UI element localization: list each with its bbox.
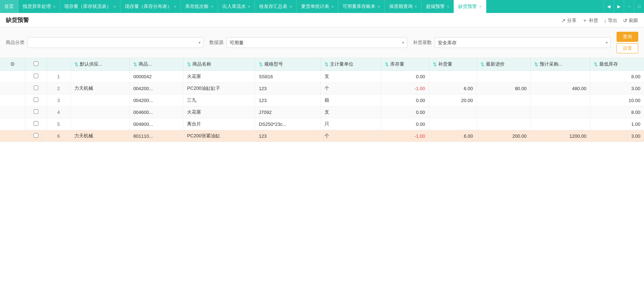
export-button[interactable]: ↓ 导出 [604, 17, 617, 24]
data-table: ⚙ ⇅ 默认供应... ⇅ 商 [0, 58, 644, 142]
nav-tab-label-available-ledger: 可用量库存账本 [343, 3, 375, 10]
row-check-cell[interactable] [25, 118, 47, 130]
row-checkbox[interactable] [34, 121, 38, 126]
query-button[interactable]: 查询 [617, 32, 638, 42]
share-button[interactable]: ↗ 分享 [561, 17, 576, 24]
row-num: 5 [47, 118, 70, 130]
th-latest-price-sort-icon: ⇅ [480, 62, 484, 67]
nav-tab-close-order-stats[interactable]: × [331, 4, 334, 9]
row-checkbox[interactable] [34, 109, 38, 114]
row-spec: 123 [255, 94, 321, 106]
filter-actions: 查询 设置 [617, 32, 638, 53]
th-est-purchase[interactable]: ⇅ 预计采购... [530, 58, 590, 71]
th-latest-price[interactable]: ⇅ 最新进价 [477, 58, 530, 71]
settings-button[interactable]: 设置 [617, 43, 638, 53]
row-checkbox[interactable] [34, 85, 38, 90]
th-supplier[interactable]: ⇅ 默认供应... [70, 58, 130, 71]
category-filter-group: 商品分类 ▾ [6, 37, 204, 48]
table-header-row: ⚙ ⇅ 默认供应... ⇅ 商 [0, 58, 644, 71]
row-check-cell[interactable] [25, 106, 47, 118]
row-replenish [429, 118, 477, 130]
th-name[interactable]: ⇅ 商品名称 [183, 58, 255, 71]
th-min-stock-sort-icon: ⇅ [594, 62, 598, 67]
nav-left-arrow[interactable]: ◀ [604, 0, 614, 13]
row-est-purchase [530, 118, 590, 130]
share-icon: ↗ [561, 18, 566, 23]
nav-tab-close-shortage[interactable]: × [479, 4, 481, 9]
row-num: 4 [47, 106, 70, 118]
row-name: 三九 [183, 94, 255, 106]
nav-minimize-btn[interactable]: － [624, 0, 634, 13]
replenish-button[interactable]: ＋ 补货 [582, 17, 598, 24]
nav-tab-close-receive-summary[interactable]: × [290, 4, 292, 9]
nav-tab-overstock[interactable]: 超储预警× [422, 0, 454, 13]
nav-tab-abnormal[interactable]: 拣货异常处理× [18, 0, 60, 13]
row-code: 004600... [130, 106, 183, 118]
nav-tab-close-batch-account[interactable]: × [211, 4, 213, 9]
nav-tab-inventory-dist[interactable]: 现存量（库存分布表）× [121, 0, 181, 13]
nav-tab-order-stats[interactable]: 要货单统计表× [297, 0, 338, 13]
datasource-select[interactable]: 可用量 [226, 37, 407, 48]
nav-tab-label-expiry-query: 保质期查询 [389, 3, 413, 10]
nav-tab-receive-summary[interactable]: 收发存汇总表× [255, 0, 296, 13]
nav-right-arrow[interactable]: ▶ [614, 0, 624, 13]
category-select-wrapper: ▾ [27, 37, 204, 48]
th-stock[interactable]: ⇅ 库存量 [381, 58, 429, 71]
row-supplier: 力天机械 [70, 130, 130, 142]
th-min-stock[interactable]: ⇅ 最低库存 [590, 58, 644, 71]
th-unit[interactable]: ⇅ 主计量单位 [321, 58, 381, 71]
row-name: 离合片 [183, 118, 255, 130]
nav-tab-shortage[interactable]: 缺货预警× [454, 0, 486, 13]
th-est-purchase-label: 预计采购... [540, 61, 562, 67]
th-latest-price-label: 最新进价 [486, 61, 505, 67]
page-title: 缺货预警 [6, 17, 29, 24]
th-spec-sort-icon: ⇅ [259, 62, 263, 67]
refresh-button[interactable]: ↺ 刷新 [623, 17, 638, 24]
nav-tab-close-overstock[interactable]: × [447, 4, 449, 9]
nav-tab-expiry-query[interactable]: 保质期查询× [385, 0, 422, 13]
row-checkbox[interactable] [34, 74, 38, 78]
nav-tab-in-out-flow[interactable]: 出入库流水× [218, 0, 255, 13]
table-row: 10000042火花塞SS816支0.008.00 [0, 71, 644, 83]
nav-tab-close-inventory-dist[interactable]: × [174, 4, 176, 9]
nav-tab-inventory-status[interactable]: 现存量（库存状况表）× [60, 0, 120, 13]
row-check-cell[interactable] [25, 71, 47, 83]
row-num: 6 [47, 130, 70, 142]
gear-icon[interactable]: ⚙ [10, 61, 15, 67]
row-supplier [70, 94, 130, 106]
nav-tab-close-expiry-query[interactable]: × [415, 4, 417, 9]
th-check[interactable] [25, 58, 47, 71]
nav-tab-batch-account[interactable]: 库存批次账× [181, 0, 218, 13]
row-check-cell[interactable] [25, 130, 47, 142]
row-checkbox[interactable] [34, 97, 38, 102]
nav-tab-close-inventory-status[interactable]: × [113, 4, 116, 9]
category-select[interactable] [27, 37, 204, 48]
th-code[interactable]: ⇅ 商品... [130, 58, 183, 71]
nav-tab-available-ledger[interactable]: 可用量库存账本× [338, 0, 384, 13]
select-all-checkbox[interactable] [34, 61, 38, 66]
nav-tab-label-batch-account: 库存批次账 [185, 3, 209, 10]
th-replenish-sort-icon: ⇅ [433, 62, 437, 67]
row-gear-cell [0, 83, 25, 94]
row-checkbox[interactable] [34, 133, 38, 138]
th-replenish[interactable]: ⇅ 补货量 [429, 58, 477, 71]
row-est-purchase: 1200.00 [530, 130, 590, 142]
th-spec[interactable]: ⇅ 规格型号 [255, 58, 321, 71]
row-spec: 123 [255, 130, 321, 142]
nav-tab-close-available-ledger[interactable]: × [378, 4, 380, 9]
row-unit: 个 [321, 130, 381, 142]
th-est-purchase-sort-icon: ⇅ [534, 62, 538, 67]
row-check-cell[interactable] [25, 83, 47, 94]
row-check-cell[interactable] [25, 94, 47, 106]
th-gear[interactable]: ⚙ [0, 58, 25, 71]
nav-tab-home[interactable]: 首页 [0, 0, 18, 13]
table-row: 5004800...离合片DS250*23c...只0.001.00 [0, 118, 644, 130]
th-unit-label: 主计量单位 [330, 61, 353, 67]
row-min-stock: 8.00 [590, 106, 644, 118]
row-code: 004200... [130, 83, 183, 94]
nav-tab-close-in-out-flow[interactable]: × [248, 4, 250, 9]
nav-tab-close-abnormal[interactable]: × [53, 4, 55, 9]
nav-maximize-btn[interactable]: □ [634, 0, 644, 13]
th-name-label: 商品名称 [192, 61, 211, 67]
replenish-basis-select[interactable]: 安全库存 [435, 37, 611, 48]
